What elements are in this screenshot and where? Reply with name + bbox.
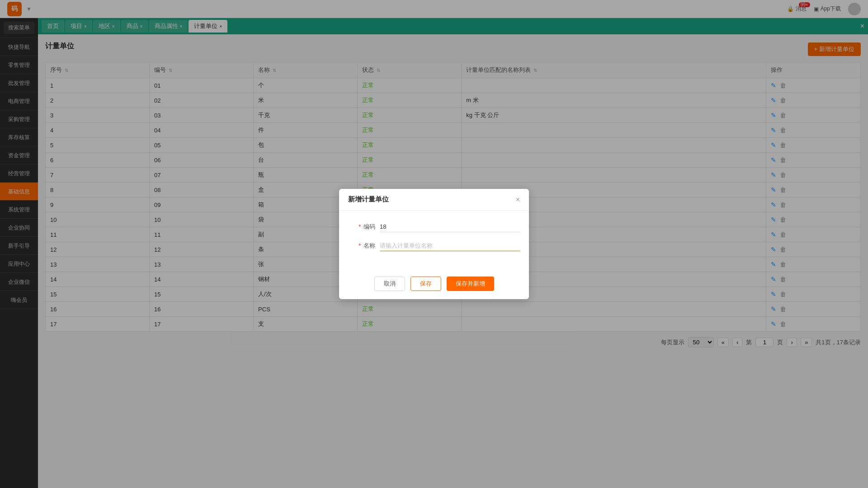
code-label-text: 编码	[363, 223, 375, 230]
modal-close-button[interactable]: ×	[516, 196, 520, 204]
modal-overlay: 新增计量单位 × * 编码 * 名称 取消 保存 保存并新增	[0, 0, 868, 488]
name-label-text: 名称	[363, 242, 375, 249]
code-input[interactable]	[380, 221, 520, 232]
add-unit-modal: 新增计量单位 × * 编码 * 名称 取消 保存 保存并新增	[339, 189, 529, 299]
modal-title: 新增计量单位	[348, 195, 389, 204]
name-input[interactable]	[380, 240, 520, 251]
code-label: * 编码	[348, 223, 375, 231]
save-and-new-button[interactable]: 保存并新增	[447, 277, 494, 291]
code-required-mark: *	[359, 223, 361, 230]
name-required-mark: *	[359, 242, 361, 249]
name-label: * 名称	[348, 242, 375, 250]
save-button[interactable]: 保存	[410, 277, 441, 291]
modal-footer: 取消 保存 保存并新增	[339, 270, 529, 299]
cancel-button[interactable]: 取消	[374, 277, 405, 291]
modal-header: 新增计量单位 ×	[339, 189, 529, 211]
name-form-row: * 名称	[348, 240, 520, 251]
code-form-row: * 编码	[348, 221, 520, 232]
modal-body: * 编码 * 名称	[339, 211, 529, 270]
